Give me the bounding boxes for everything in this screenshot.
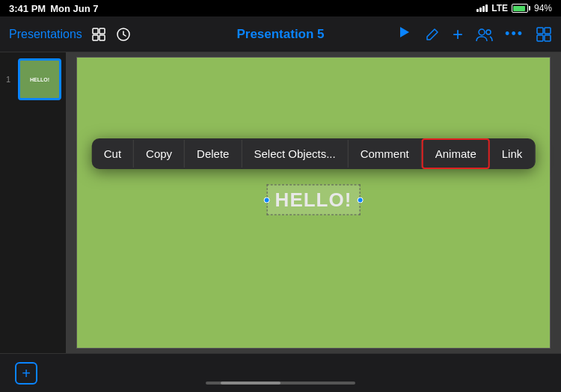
- add-slide-icon: +: [22, 366, 31, 381]
- signal-bar-4: [485, 4, 488, 12]
- hello-text-element[interactable]: HELLO!: [267, 185, 361, 215]
- resize-handle-left[interactable]: [264, 197, 270, 203]
- signal-type: LTE: [491, 3, 508, 13]
- battery-body: [512, 4, 528, 13]
- toolbar-right: + •••: [396, 24, 552, 45]
- signal-bars: [476, 4, 488, 12]
- svg-rect-8: [537, 28, 543, 34]
- navigator-icon[interactable]: [91, 27, 106, 42]
- bottom-bar: +: [0, 353, 561, 392]
- svg-rect-1: [99, 28, 105, 34]
- toolbar-left: Presentations: [9, 26, 132, 43]
- comment-menu-item[interactable]: Comment: [349, 140, 422, 168]
- signal-bar-1: [476, 9, 479, 12]
- slide-canvas[interactable]: Cut Copy Delete Select Objects... Commen…: [76, 57, 551, 349]
- svg-rect-10: [537, 35, 543, 41]
- select-objects-menu-item[interactable]: Select Objects...: [242, 140, 348, 168]
- svg-point-6: [479, 29, 485, 35]
- back-button[interactable]: Presentations: [9, 28, 82, 41]
- status-left: 3:41 PM Mon Jun 7: [9, 3, 98, 14]
- battery-indicator: [512, 4, 530, 13]
- scroll-indicator: [206, 382, 355, 385]
- animate-menu-item[interactable]: Animate: [422, 138, 490, 169]
- slide-thumbnail-container: 1 HELLO!: [18, 58, 61, 100]
- status-bar: 3:41 PM Mon Jun 7 LTE 94%: [0, 0, 561, 16]
- signal-bar-2: [479, 7, 482, 12]
- svg-rect-2: [93, 35, 98, 40]
- slide-thumbnail[interactable]: HELLO!: [18, 58, 61, 100]
- status-right: LTE 94%: [476, 3, 552, 13]
- view-icon[interactable]: [536, 26, 552, 43]
- link-menu-item[interactable]: Link: [490, 140, 536, 168]
- scroll-thumb: [221, 382, 280, 385]
- collaborate-icon[interactable]: [475, 26, 493, 43]
- history-icon[interactable]: [115, 26, 132, 43]
- canvas-area: Cut Copy Delete Select Objects... Commen…: [66, 52, 561, 353]
- delete-menu-item[interactable]: Delete: [185, 140, 242, 168]
- cut-menu-item[interactable]: Cut: [92, 140, 134, 168]
- pen-icon[interactable]: [424, 26, 441, 43]
- presentation-title[interactable]: Presentation 5: [236, 27, 324, 41]
- slide-number: 1: [6, 75, 10, 84]
- battery-percent: 94%: [534, 3, 552, 13]
- signal-bar-3: [482, 6, 485, 12]
- resize-handle-right[interactable]: [357, 197, 363, 203]
- svg-rect-3: [99, 35, 105, 40]
- svg-rect-11: [545, 35, 551, 41]
- svg-marker-5: [400, 27, 409, 37]
- toolbar: Presentations Presentation 5 +: [0, 16, 561, 52]
- battery-fill: [513, 6, 524, 11]
- svg-rect-0: [93, 28, 98, 34]
- more-button[interactable]: •••: [505, 26, 524, 42]
- time: 3:41 PM: [9, 3, 46, 14]
- svg-rect-9: [545, 28, 551, 34]
- slide-main-text: HELLO!: [275, 189, 352, 211]
- toolbar-center: Presentation 5: [236, 27, 324, 42]
- slide-panel: 1 HELLO!: [0, 52, 66, 353]
- slide-thumb-text: HELLO!: [30, 77, 49, 82]
- svg-point-7: [486, 30, 491, 34]
- date: Mon Jun 7: [50, 3, 98, 14]
- add-button[interactable]: +: [453, 24, 463, 45]
- add-slide-button[interactable]: +: [15, 362, 37, 385]
- context-menu: Cut Copy Delete Select Objects... Commen…: [92, 138, 536, 169]
- play-button[interactable]: [396, 24, 412, 44]
- battery-tip: [529, 6, 530, 10]
- copy-menu-item[interactable]: Copy: [134, 140, 185, 168]
